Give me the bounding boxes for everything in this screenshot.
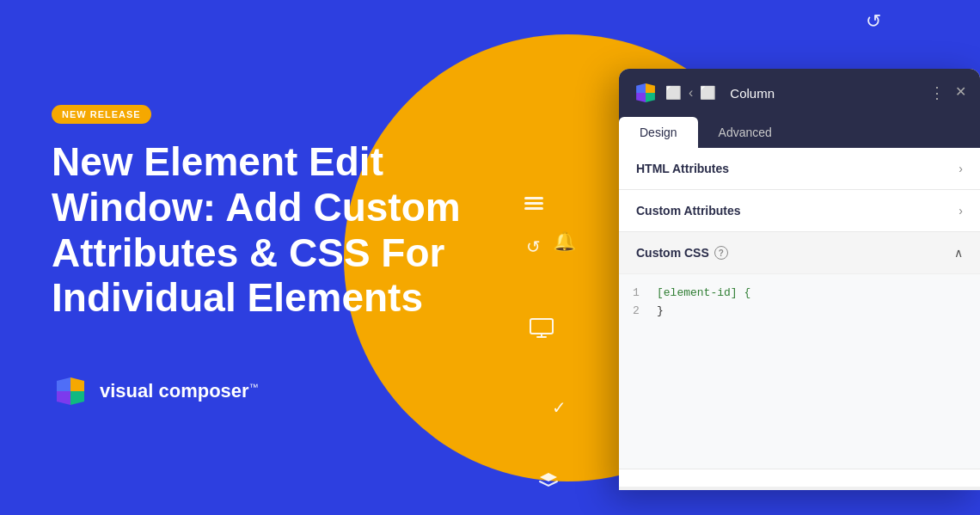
code-content-1: [element-id] { xyxy=(657,285,750,303)
line-number-1: 1 xyxy=(633,285,646,303)
layers-icon xyxy=(524,193,543,218)
logo-area: visual composer™ xyxy=(52,372,524,410)
tab-design[interactable]: Design xyxy=(619,117,698,148)
panel-header-actions: ⋮ ✕ xyxy=(929,83,966,102)
panel-split-icon: ⬜ xyxy=(700,85,716,101)
tab-advanced[interactable]: Advanced xyxy=(698,117,793,148)
stack-icon xyxy=(538,471,559,494)
code-content-2: } xyxy=(657,303,664,321)
logo-text-area: visual composer™ xyxy=(100,380,259,402)
new-release-badge: NEW RELEASE xyxy=(52,105,151,124)
svg-rect-0 xyxy=(524,197,543,199)
code-line-2: 2 } xyxy=(633,303,966,321)
panel-body: HTML Attributes › Custom Attributes › Cu… xyxy=(619,148,980,487)
custom-css-header[interactable]: Custom CSS ? ∧ xyxy=(619,232,980,273)
panel-header: ⬜ ‹ ⬜ Column ⋮ ✕ xyxy=(619,69,980,117)
monitor-icon xyxy=(530,318,554,345)
custom-attributes-title: Custom Attributes xyxy=(636,204,741,218)
custom-attributes-section: Custom Attributes › xyxy=(619,190,980,232)
html-attributes-section: HTML Attributes › xyxy=(619,148,980,190)
panel-tabs: Design Advanced xyxy=(619,117,980,148)
undo2-icon: ↺ xyxy=(526,236,541,257)
rect-icon: ⬜ xyxy=(665,85,682,101)
custom-css-section: Custom CSS ? ∧ 1 [element-id] { 2 } xyxy=(619,232,980,469)
html-attributes-chevron: › xyxy=(959,162,963,175)
panel-logo-icon xyxy=(633,80,658,106)
chevron-left-icon[interactable]: ‹ xyxy=(689,85,693,101)
line-number-2: 2 xyxy=(633,303,646,321)
panel-title: Column xyxy=(730,86,922,101)
custom-css-title: Custom CSS ? xyxy=(636,246,728,260)
code-editor-empty-space xyxy=(633,321,966,458)
more-icon[interactable]: ⋮ xyxy=(929,83,945,102)
custom-attributes-chevron: › xyxy=(959,204,963,218)
panel-nav-icons: ⬜ ‹ ⬜ xyxy=(665,85,716,101)
main-title: New Element Edit Window: Add Custom Attr… xyxy=(52,139,524,322)
bell-icon: 🔔 xyxy=(553,230,576,253)
svg-rect-1 xyxy=(524,202,543,205)
svg-rect-2 xyxy=(524,207,543,210)
custom-css-chevron: ∧ xyxy=(954,246,963,260)
left-content: NEW RELEASE New Element Edit Window: Add… xyxy=(52,0,524,515)
logo-icon xyxy=(52,372,89,410)
custom-attributes-header[interactable]: Custom Attributes › xyxy=(619,190,980,231)
code-editor[interactable]: 1 [element-id] { 2 } xyxy=(619,273,980,469)
code-line-1: 1 [element-id] { xyxy=(633,285,966,303)
html-attributes-header[interactable]: HTML Attributes › xyxy=(619,148,980,189)
svg-rect-3 xyxy=(530,319,553,334)
logo-name: visual composer™ xyxy=(100,380,259,402)
close-icon[interactable]: ✕ xyxy=(955,83,966,102)
html-attributes-title: HTML Attributes xyxy=(636,162,729,175)
help-icon: ? xyxy=(714,246,728,260)
check-icon: ✓ xyxy=(552,397,567,418)
undo-icon: ↺ xyxy=(866,10,881,33)
editor-panel: ⬜ ‹ ⬜ Column ⋮ ✕ Design Advanced HTML At… xyxy=(619,69,980,490)
